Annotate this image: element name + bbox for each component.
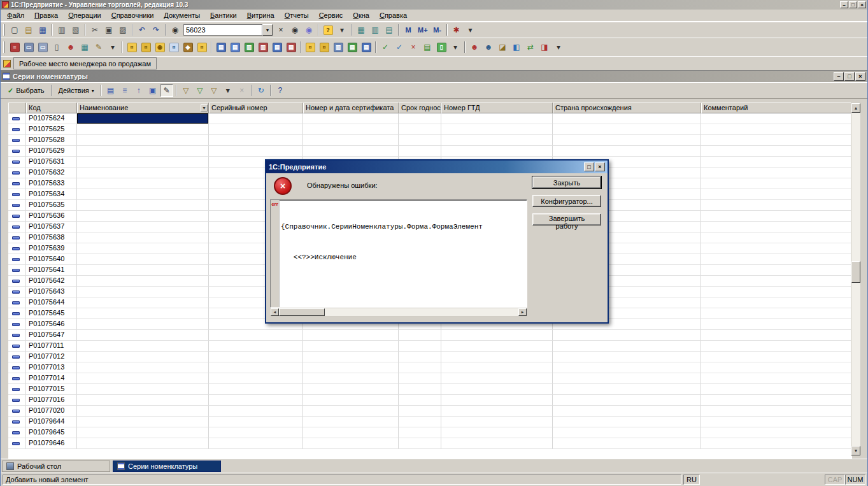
cell[interactable] — [441, 362, 553, 373]
cell[interactable] — [553, 438, 701, 449]
table-row[interactable]: P01077013 — [8, 362, 852, 373]
calc-memory-button[interactable]: М — [402, 24, 415, 36]
edit-object-icon[interactable]: ✎ — [92, 41, 105, 54]
table-grid-icon[interactable]: ▦ — [355, 24, 367, 36]
cell[interactable] — [77, 222, 209, 232]
filter-by-value-icon[interactable]: ▽ — [194, 84, 206, 97]
cell[interactable] — [701, 427, 852, 438]
workspace-tab[interactable]: Рабочее место менеджера по продажам — [13, 57, 157, 69]
cell[interactable] — [701, 373, 852, 384]
outgoing-doc-icon[interactable]: ▤ — [229, 41, 241, 54]
cell[interactable] — [77, 297, 209, 308]
cell[interactable] — [441, 113, 553, 124]
cell-code[interactable]: P01075642 — [26, 276, 77, 287]
scrollbar-thumb[interactable] — [279, 308, 325, 316]
cell[interactable] — [77, 308, 209, 319]
dialog-maximize-button[interactable]: □ — [584, 162, 594, 171]
filter-menu-icon[interactable]: ▾ — [222, 84, 234, 97]
cell[interactable] — [701, 189, 852, 200]
cell-code[interactable]: P01075629 — [26, 146, 77, 157]
vertical-scrollbar[interactable]: ▲ ▼ — [851, 103, 861, 456]
cell[interactable] — [441, 438, 553, 449]
cell[interactable] — [553, 384, 701, 395]
cell-code[interactable]: P01075634 — [26, 189, 77, 200]
cell[interactable] — [701, 352, 852, 362]
find-next-icon[interactable]: ◉ — [302, 24, 315, 36]
cell[interactable] — [77, 146, 209, 157]
cell[interactable] — [701, 146, 852, 157]
cell[interactable] — [399, 124, 441, 135]
service-tips-icon[interactable]: ? — [322, 24, 334, 36]
cell-code[interactable]: P01075643 — [26, 287, 77, 297]
row-selector-cell[interactable] — [8, 157, 26, 168]
table-row[interactable]: P01079645 — [8, 427, 852, 438]
row-selector-cell[interactable] — [8, 373, 26, 384]
cell-code[interactable]: P01077013 — [26, 362, 77, 373]
cell[interactable] — [701, 222, 852, 232]
row-selector-cell[interactable] — [8, 406, 26, 417]
cell[interactable] — [701, 211, 852, 222]
row-selector-cell[interactable] — [8, 352, 26, 362]
table-row[interactable]: P01075624 — [8, 113, 852, 124]
methodology-guide-icon[interactable]: ≡ — [8, 41, 21, 54]
cell[interactable] — [701, 254, 852, 265]
row-selector-cell[interactable] — [8, 168, 26, 178]
row-selector-cell[interactable] — [8, 438, 26, 449]
menu-item-7[interactable]: Отчеты — [280, 10, 314, 20]
cell[interactable] — [553, 341, 701, 352]
table-headers-icon[interactable]: ▥ — [369, 24, 381, 36]
outgoing-invoice-icon[interactable]: ▥ — [257, 41, 269, 54]
cell[interactable] — [553, 373, 701, 384]
help-icon[interactable]: ? — [274, 84, 287, 97]
menu-item-1[interactable]: Правка — [29, 10, 63, 20]
cell[interactable] — [553, 417, 701, 427]
cell[interactable] — [303, 395, 399, 406]
row-selector-cell[interactable] — [8, 276, 26, 287]
cell[interactable] — [209, 417, 303, 427]
cell[interactable] — [209, 330, 303, 341]
cell[interactable] — [77, 395, 209, 406]
cell-code[interactable]: P01075628 — [26, 135, 77, 146]
open-icon[interactable]: ▤ — [22, 24, 35, 36]
cell[interactable] — [441, 427, 553, 438]
new-sheet-icon[interactable]: ▯ — [435, 41, 448, 54]
menu-item-4[interactable]: Документы — [159, 10, 205, 20]
sales-report-icon[interactable]: ▤ — [346, 41, 359, 54]
item-move-icon[interactable]: ▤ — [104, 84, 117, 97]
cell[interactable] — [399, 341, 441, 352]
doc-close-button[interactable]: × — [855, 72, 865, 81]
cell[interactable] — [77, 157, 209, 168]
row-selector-cell[interactable] — [8, 341, 26, 352]
cell[interactable] — [303, 417, 399, 427]
row-selector-cell[interactable] — [8, 178, 26, 189]
add-copy-icon[interactable]: ▣ — [146, 84, 159, 97]
clear-filter-icon[interactable]: × — [236, 84, 248, 97]
cell[interactable] — [209, 438, 303, 449]
row-selector-cell[interactable] — [8, 211, 26, 222]
incoming-doc-icon[interactable]: ▤ — [215, 41, 227, 54]
row-selector-cell[interactable] — [8, 287, 26, 297]
cell[interactable] — [553, 330, 701, 341]
cell[interactable] — [209, 373, 303, 384]
table-row[interactable]: P01075628 — [8, 135, 852, 146]
parent-group-icon[interactable]: ↑ — [132, 84, 145, 97]
cell[interactable] — [209, 135, 303, 146]
column-header-7[interactable]: Комментарий — [701, 103, 852, 113]
toolbar2-menu-3-icon[interactable]: ▾ — [552, 41, 565, 54]
cell-code[interactable]: P01079644 — [26, 417, 77, 427]
cut-icon[interactable]: ✂ — [89, 24, 101, 36]
cell[interactable] — [209, 146, 303, 157]
print-icon[interactable]: ▥ — [55, 24, 68, 36]
cell-code[interactable]: P01075644 — [26, 297, 77, 308]
cell[interactable] — [441, 341, 553, 352]
actions-button[interactable]: Действия ▾ — [54, 84, 99, 97]
doc-journal-icon[interactable]: ▥ — [332, 41, 345, 54]
cell[interactable] — [441, 395, 553, 406]
purchases-report-icon[interactable]: ▤ — [360, 41, 373, 54]
find-in-list-icon[interactable]: ◉ — [288, 24, 301, 36]
price-list-icon[interactable]: ¤ — [196, 41, 208, 54]
cell-code[interactable]: P01075647 — [26, 330, 77, 341]
cell[interactable] — [553, 362, 701, 373]
cell-code[interactable]: P01075637 — [26, 222, 77, 232]
customize-interface-icon[interactable]: ✱ — [450, 24, 463, 36]
